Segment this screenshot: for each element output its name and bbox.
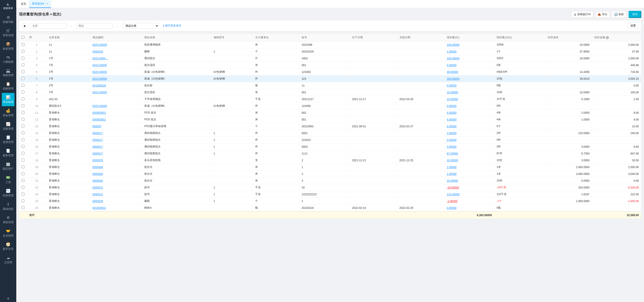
cell-9[interactable]: 100.00000 — [444, 55, 494, 62]
row-checkbox-13[interactable] — [19, 130, 27, 137]
cell-9[interactable]: 10.00000 — [444, 177, 494, 184]
cell-9[interactable]: 1.00000 — [444, 48, 494, 55]
cell-2[interactable]: 001000031 — [90, 205, 142, 212]
row-checkbox-23[interactable] — [19, 198, 27, 205]
cell-2[interactable]: 0000012 — [90, 191, 142, 198]
row-checkbox-5[interactable] — [19, 75, 27, 82]
cell-9[interactable]: 122.00000 — [444, 191, 494, 198]
cell-9[interactable]: 10.00000 — [444, 96, 494, 103]
cell-2[interactable]: 0023-00009 — [90, 42, 142, 48]
cell-2[interactable]: 0000084 — [90, 164, 142, 171]
sidebar-item-guide[interactable]: 🧭新手引导 — [2, 240, 14, 253]
sidebar-item-coop[interactable]: 🤝企业协同 — [2, 227, 14, 240]
cell-9[interactable]: 87.00000 — [444, 150, 494, 157]
sidebar-item-ops[interactable]: 📉经营管理 — [2, 187, 14, 200]
row-checkbox-9[interactable] — [19, 103, 27, 109]
sidebar-item-stats[interactable]: 📈总账管理 — [2, 120, 14, 133]
cell-9[interactable]: 10.00000 — [444, 157, 494, 164]
select-all-checkbox[interactable] — [22, 36, 24, 39]
cell-9[interactable]: 0.00000 — [444, 205, 494, 212]
cell-2[interactable]: 0000017 — [90, 137, 142, 143]
cell-2[interactable]: 0000017 — [90, 150, 142, 157]
cell-9[interactable]: 0.00000 — [444, 82, 494, 89]
row-checkbox-2[interactable] — [19, 55, 27, 62]
cell-2[interactable] — [90, 96, 142, 103]
cell-9[interactable]: 1.00000 — [444, 171, 494, 177]
cell-2[interactable]: 0023-00005 — [90, 89, 142, 96]
cell-9[interactable]: 10.00000 — [444, 89, 494, 96]
row-checkbox-3[interactable] — [19, 62, 27, 69]
cell-2[interactable]: 0000029 — [90, 48, 142, 55]
cell-2[interactable]: 000900001 — [90, 109, 142, 116]
row-checkbox-11[interactable] — [19, 116, 27, 123]
cell-9[interactable]: 0.00000 — [444, 103, 494, 109]
row-checkbox-1[interactable] — [19, 48, 27, 55]
sidebar-item-finance[interactable]: 💰资金管理 — [2, 106, 14, 120]
sidebar-item-purchase[interactable]: 📋采购管理 — [2, 80, 14, 93]
cell-2[interactable]: 0000084 — [90, 177, 142, 184]
row-checkbox-10[interactable] — [19, 109, 27, 116]
row-checkbox-15[interactable] — [19, 143, 27, 150]
cell-2[interactable]: 000097 — [90, 123, 142, 130]
sidebar-item-cloud[interactable]: ☁云应用 — [2, 253, 14, 267]
sidebar-item-ecom[interactable]: 💻电商管理 — [2, 66, 14, 80]
row-checkbox-20[interactable] — [19, 177, 27, 184]
sidebar-search[interactable]: 🔍 搜索菜单 — [0, 2, 16, 12]
cell-9[interactable]: -1.00000 — [444, 198, 494, 205]
goods-input[interactable] — [76, 23, 113, 29]
print-button[interactable]: 🖨按模版打印 — [571, 11, 593, 18]
cell-9[interactable]: 0.00000 — [444, 137, 494, 143]
sidebar-item-retail[interactable]: 🛒零售管理 — [2, 26, 14, 40]
row-checkbox-7[interactable] — [19, 89, 27, 96]
cell-9[interactable]: -16.00000 — [444, 184, 494, 191]
row-checkbox-21[interactable] — [19, 184, 27, 191]
cell-9[interactable]: 0.00000 — [444, 62, 494, 69]
tab-close-inventory-batch[interactable]: ✕ — [46, 3, 48, 5]
cell-2[interactable]: 0000078 — [90, 157, 142, 164]
cell-9[interactable]: 2.00000 — [444, 130, 494, 137]
cell-9[interactable]: 4.00000 — [444, 109, 494, 116]
cell-2[interactable]: 0023-00005 — [90, 69, 142, 75]
row-checkbox-17[interactable] — [19, 157, 27, 164]
expand-toggle-btn[interactable]: ▶ — [22, 23, 28, 29]
row-checkbox-8[interactable] — [19, 96, 27, 103]
row-checkbox-4[interactable] — [19, 69, 27, 75]
info-icon-total_cost[interactable]: i — [606, 36, 609, 39]
row-checkbox-0[interactable] — [19, 42, 27, 48]
row-checkbox-19[interactable] — [19, 171, 27, 177]
cell-9[interactable]: 49.60000 — [444, 69, 494, 75]
warehouse-input[interactable] — [30, 23, 66, 29]
row-checkbox-6[interactable] — [19, 82, 27, 89]
cell-2[interactable]: 0000084 — [90, 171, 142, 177]
cell-9[interactable]: 3.00000 — [444, 143, 494, 150]
export-button[interactable]: 📤导出 — [595, 11, 610, 18]
cell-9[interactable]: 4.00000 — [444, 116, 494, 123]
cell-2[interactable]: 0000017 — [90, 143, 142, 150]
sidebar-item-inventory[interactable]: 📊库存核查 — [2, 93, 14, 106]
cell-2[interactable]: 0023-00005 — [90, 62, 142, 69]
cell-2[interactable]: 0023-00008 — [90, 103, 142, 109]
search-button[interactable]: 查询 — [628, 11, 641, 18]
cell-2[interactable]: 000900001 — [90, 116, 142, 123]
cell-9[interactable]: 100.00000 — [444, 42, 494, 48]
cell-2[interactable]: 0000012 — [90, 184, 142, 191]
sidebar-item-sys[interactable]: ⚙系统管理 — [2, 213, 14, 227]
sidebar-settings[interactable]: ⚙ — [0, 295, 16, 302]
sidebar-item-invoice[interactable]: 🧾发票管理 — [2, 133, 14, 146]
row-checkbox-18[interactable] — [19, 164, 27, 171]
cell-2[interactable]: 0023-00008 — [90, 75, 142, 82]
refresh-button[interactable]: 🔄刷新 — [612, 11, 626, 18]
setting-button[interactable]: 设置 — [628, 23, 638, 29]
cell-2[interactable]: 0000029 — [90, 198, 142, 205]
row-checkbox-12[interactable] — [19, 123, 27, 130]
expand-conditions-btn[interactable]: ▾ 展开更多条件 — [161, 23, 183, 28]
cell-9[interactable]: 100.00000 — [444, 75, 494, 82]
tab-inventory-batch[interactable]: 库存批次▾✕ — [29, 0, 51, 8]
sidebar-item-hr[interactable]: 💵工资 — [2, 173, 14, 187]
sidebar-item-fixed-assets[interactable]: 🏢固定资产 — [2, 160, 14, 173]
cell-9[interactable]: 1.00000 — [444, 164, 494, 171]
cell-2[interactable]: 0000017 — [90, 130, 142, 137]
sidebar-item-quick-nav[interactable]: ⊞快捷导航 — [2, 13, 14, 26]
row-checkbox-22[interactable] — [19, 191, 27, 198]
sidebar-item-wholesale[interactable]: 📦批发管理 — [2, 40, 14, 53]
